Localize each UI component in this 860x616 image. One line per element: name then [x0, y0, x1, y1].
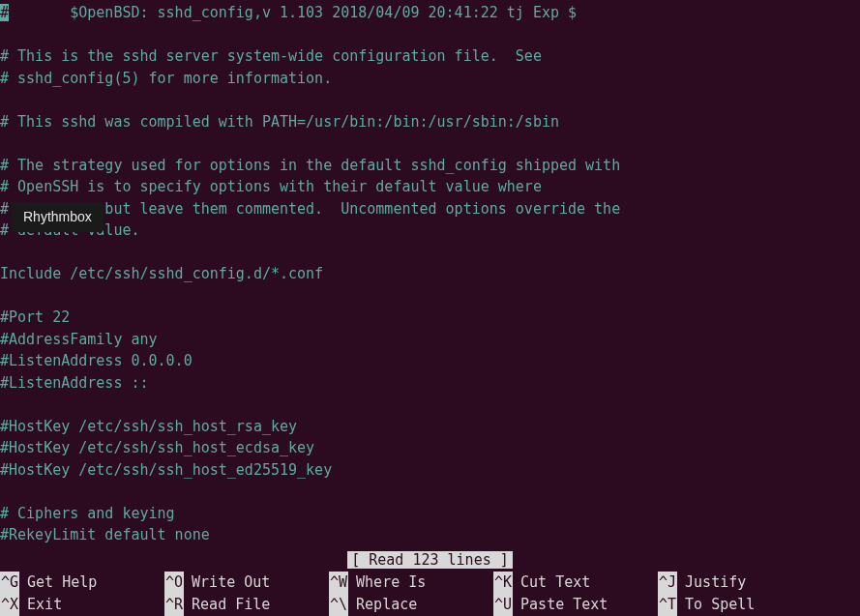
bottom-bar: [ Read 123 lines ] ^GGet Help^OWrite Out… — [0, 549, 860, 617]
editor-line[interactable]: # $OpenBSD: sshd_config,v 1.103 2018/04/… — [0, 2, 860, 24]
editor-line[interactable] — [0, 89, 860, 111]
shortcut-key: ^\ — [329, 594, 348, 616]
help-item[interactable]: ^TTo Spell — [658, 594, 822, 616]
shortcut-key: ^U — [493, 594, 513, 616]
help-item[interactable]: ^XExit — [0, 594, 164, 616]
help-item[interactable]: ^\Replace — [329, 594, 493, 616]
editor-line[interactable] — [0, 132, 860, 155]
help-item[interactable]: ^JJustify — [658, 572, 822, 594]
editor-area[interactable]: # $OpenBSD: sshd_config,v 1.103 2018/04/… — [0, 0, 860, 548]
editor-line[interactable]: #AddressFamily any — [0, 329, 860, 351]
line-text: $OpenBSD: sshd_config,v 1.103 2018/04/09… — [9, 4, 577, 21]
shortcut-key: ^O — [164, 572, 184, 594]
help-item[interactable]: ^KCut Text — [493, 572, 658, 594]
status-message: [ Read 123 lines ] — [347, 551, 513, 569]
editor-line[interactable] — [0, 24, 860, 46]
shortcut-key: ^W — [329, 572, 348, 594]
status-line: [ Read 123 lines ] — [0, 549, 860, 572]
shortcut-key: ^K — [493, 572, 513, 594]
editor-line[interactable]: #Port 22 — [0, 307, 860, 329]
editor-line[interactable]: #HostKey /etc/ssh/ssh_host_ed25519_key — [0, 459, 860, 482]
editor-line[interactable]: # Ciphers and keying — [0, 503, 860, 525]
shortcut-label: Write Out — [192, 572, 270, 594]
editor-line[interactable]: Include /etc/ssh/sshd_config.d/*.conf — [0, 263, 860, 285]
editor-line[interactable] — [0, 242, 860, 264]
shortcut-key: ^G — [0, 572, 19, 594]
tooltip-rhythmbox: Rhythmbox — [12, 202, 104, 232]
shortcut-key: ^T — [658, 594, 677, 616]
help-item[interactable]: ^UPaste Text — [493, 594, 658, 616]
help-item[interactable]: ^RRead File — [164, 594, 329, 616]
shortcut-label: Cut Text — [520, 572, 590, 594]
shortcut-label: Where Is — [356, 572, 426, 594]
shortcut-key: ^J — [658, 572, 677, 594]
editor-line[interactable]: #ListenAddress :: — [0, 372, 860, 395]
shortcut-label: Get Help — [27, 572, 97, 594]
shortcut-key: ^X — [0, 594, 19, 616]
help-row-2: ^XExit^RRead File^\Replace^UPaste Text^T… — [0, 594, 860, 616]
editor-line[interactable]: #HostKey /etc/ssh/ssh_host_ecdsa_key — [0, 437, 860, 459]
editor-line[interactable] — [0, 285, 860, 308]
shortcut-label: Read File — [192, 594, 270, 616]
editor-line[interactable]: # sshd_config(5) for more information. — [0, 68, 860, 90]
editor-line[interactable]: #HostKey /etc/ssh/ssh_host_rsa_key — [0, 416, 860, 438]
editor-line[interactable]: #ListenAddress 0.0.0.0 — [0, 350, 860, 372]
shortcut-label: Replace — [356, 594, 417, 616]
editor-line[interactable]: # This is the sshd server system-wide co… — [0, 45, 860, 68]
editor-line[interactable]: # This sshd was compiled with PATH=/usr/… — [0, 111, 860, 133]
shortcut-label: Exit — [27, 594, 62, 616]
shortcut-label: Paste Text — [520, 594, 608, 616]
shortcut-key: ^R — [164, 594, 184, 616]
editor-line[interactable]: # OpenSSH is to specify options with the… — [0, 176, 860, 198]
cursor: # — [0, 4, 9, 21]
help-item[interactable]: ^OWrite Out — [164, 572, 329, 594]
help-row-1: ^GGet Help^OWrite Out^WWhere Is^KCut Tex… — [0, 572, 860, 594]
help-item[interactable]: ^WWhere Is — [329, 572, 493, 594]
help-item[interactable]: ^GGet Help — [0, 572, 164, 594]
editor-line[interactable]: # default value. — [0, 220, 860, 242]
editor-line[interactable]: #RekeyLimit default none — [0, 524, 860, 546]
shortcut-label: To Spell — [685, 594, 755, 616]
editor-line[interactable]: # possible, but leave them commented. Un… — [0, 198, 860, 220]
editor-line[interactable]: # The strategy used for options in the d… — [0, 155, 860, 177]
editor-line[interactable] — [0, 394, 860, 416]
shortcut-label: Justify — [685, 572, 746, 594]
editor-line[interactable] — [0, 481, 860, 503]
